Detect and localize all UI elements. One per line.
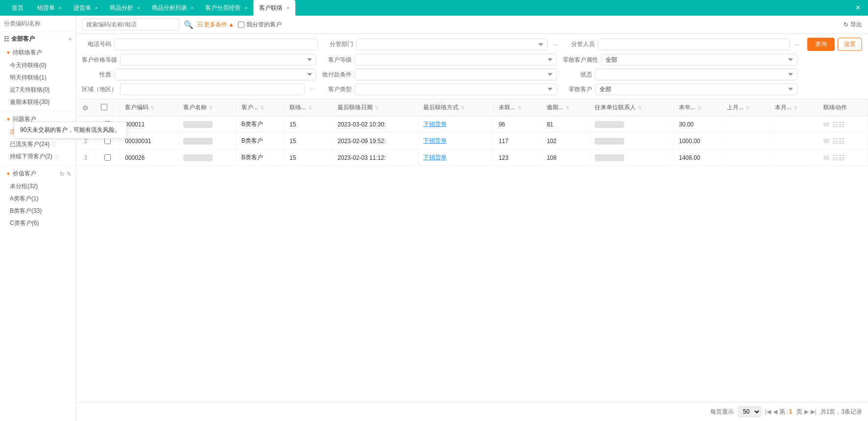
close-icon[interactable]: ×: [287, 5, 289, 11]
sidebar-all-customers[interactable]: ☷ 全部客户 «: [0, 32, 75, 46]
refresh-icon[interactable]: ↻: [60, 171, 65, 177]
sort-icon[interactable]: ⇅: [209, 105, 213, 110]
row-last-date: 2023-02-03 11:12:: [333, 149, 418, 166]
sidebar-item-class-a[interactable]: A类客户(1): [0, 193, 75, 205]
sort-icon[interactable]: ⇅: [460, 105, 464, 110]
sort-icon[interactable]: ⇅: [698, 105, 701, 110]
nav-tab-customer-tier[interactable]: 客户分层经营 ×: [199, 0, 253, 16]
manager-label: 分管人员: [565, 40, 595, 49]
sidebar-item-tomorrow-pending[interactable]: 明天待联络(1): [0, 72, 75, 84]
th-name: 客户名称⇅: [178, 99, 237, 116]
per-page-select[interactable]: 50: [738, 406, 761, 417]
sidebar-item-ungroup[interactable]: 未分组(32): [0, 180, 75, 193]
payment-select[interactable]: [355, 69, 557, 80]
search-button[interactable]: 🔍: [184, 20, 193, 29]
sidebar-item-declining[interactable]: 持续下滑客户(2) ⓘ: [0, 150, 75, 163]
nav-tab-sales[interactable]: 销货单 ×: [31, 0, 68, 16]
retail-customer-select[interactable]: 全部: [595, 83, 797, 95]
nav-tab-product-list[interactable]: 商品分析列表 ×: [146, 0, 200, 16]
search-input[interactable]: [82, 19, 180, 30]
row-name: [178, 133, 237, 149]
region-input[interactable]: [120, 83, 305, 95]
settings-button[interactable]: 设置: [838, 38, 862, 51]
more-action-icon[interactable]: ☷☷: [832, 137, 845, 145]
customer-tier-select[interactable]: [355, 54, 557, 66]
contact-method-link[interactable]: 下销货单: [423, 121, 447, 127]
close-icon[interactable]: ×: [137, 5, 140, 11]
last-page-icon[interactable]: ▶|: [811, 408, 817, 415]
close-icon[interactable]: ×: [95, 5, 98, 11]
table-row: 1 000011 B类客户 15 2023-03-02 10:30: 下销货单 …: [76, 116, 868, 133]
nav-tab-home[interactable]: 首页: [4, 0, 31, 16]
nav-tab-customer-contact[interactable]: 客户联络 ×: [253, 0, 295, 16]
contact-method-link[interactable]: 下销货单: [423, 154, 447, 161]
sidebar-item-class-b[interactable]: B类客户(33): [0, 205, 75, 217]
sort-icon[interactable]: ⇅: [308, 105, 312, 110]
dept-select[interactable]: [356, 39, 548, 50]
query-button[interactable]: 查询: [807, 38, 835, 51]
sidebar-item-already-churned[interactable]: 已流失客户(24) ⓘ: [0, 138, 75, 150]
contact-method-link[interactable]: 下销货单: [423, 137, 447, 144]
sidebar-group-value-header[interactable]: ▼ 价值客户 ↻ ✎: [0, 167, 75, 180]
contact-action-icon[interactable]: ✉: [823, 154, 829, 162]
region-label: 区域（地区）: [82, 85, 117, 94]
value-group-icons: ↻ ✎: [60, 171, 72, 177]
sort-icon[interactable]: ⇅: [150, 105, 154, 110]
contact-action-icon[interactable]: ✉: [823, 121, 829, 128]
region-dots[interactable]: ···: [308, 86, 316, 93]
next-page-icon[interactable]: ▶: [804, 408, 809, 415]
sidebar-item-class-c[interactable]: C类客户(6): [0, 217, 75, 229]
close-icon[interactable]: ×: [244, 5, 247, 11]
more-conditions-button[interactable]: ☷ 更多条件 ▲: [197, 21, 234, 29]
close-icon[interactable]: ×: [59, 5, 62, 11]
export-button[interactable]: ↻ 导出: [844, 21, 862, 29]
my-customers-checkbox[interactable]: 我分管的客户: [238, 21, 282, 29]
edit-icon[interactable]: ✎: [67, 171, 72, 177]
sidebar-item-7days-pending[interactable]: 近7天待联络(0): [0, 84, 75, 96]
sort-icon[interactable]: ⇅: [517, 105, 521, 110]
sidebar-item-today-pending[interactable]: 今天待联络(0): [0, 59, 75, 72]
th-last-contact-date: 最后联络日期⇅: [333, 99, 418, 116]
nav-tab-purchase[interactable]: 进货单 ×: [68, 0, 104, 16]
prev-page-icon[interactable]: ◀: [773, 408, 777, 415]
nature-select[interactable]: [114, 69, 316, 80]
row-name: [178, 149, 237, 166]
customer-type-select[interactable]: [355, 83, 557, 95]
retail-customer-label: 零散客户: [563, 85, 592, 94]
dept-dots[interactable]: ···: [551, 41, 559, 48]
manager-input[interactable]: [598, 39, 790, 50]
first-page-icon[interactable]: |◀: [765, 408, 771, 415]
sidebar-search-input[interactable]: [4, 20, 76, 27]
data-table-area: ⚙ 客户编码⇅ 客户名称⇅ 客户...⇅: [76, 99, 868, 402]
close-icon[interactable]: ×: [191, 5, 194, 11]
sort-icon[interactable]: ⇅: [794, 105, 797, 110]
my-customers-check[interactable]: [238, 22, 244, 28]
contact-action-icon[interactable]: ✉: [823, 137, 829, 145]
filter-retail-customer: 零散客户 全部: [563, 83, 797, 95]
table-gear-icon[interactable]: ⚙: [82, 104, 89, 112]
select-all-checkbox[interactable]: [101, 104, 107, 110]
row-select-checkbox[interactable]: [104, 154, 111, 161]
manager-dots[interactable]: ···: [793, 41, 801, 48]
filter-phone: 电话号码: [82, 39, 318, 50]
sort-icon[interactable]: ⇅: [638, 105, 642, 110]
retail-attr-select[interactable]: 全部: [601, 54, 797, 66]
window-close-button[interactable]: ×: [852, 3, 864, 12]
status-select[interactable]: [595, 69, 797, 80]
nav-tab-product-analysis[interactable]: 商品分析 ×: [104, 0, 146, 16]
sort-icon[interactable]: ⇅: [375, 105, 379, 110]
sort-icon[interactable]: ⇅: [260, 105, 264, 110]
blurred-name: [183, 121, 213, 128]
phone-input[interactable]: [114, 39, 318, 50]
more-action-icon[interactable]: ☷☷: [832, 154, 845, 162]
top-nav: 首页 销货单 × 进货单 × 商品分析 × 商品分析列表 × 客户分层经营 × …: [0, 0, 868, 16]
filter-manager: 分管人员 ···: [565, 39, 801, 50]
sort-icon[interactable]: ⇅: [565, 105, 569, 110]
row-index: 3: [76, 149, 96, 166]
sidebar-group-pending[interactable]: ▼ 待联络客户: [0, 46, 75, 59]
sidebar-item-overdue-pending[interactable]: 逾期未联络(30): [0, 96, 75, 108]
sort-icon[interactable]: ⇅: [746, 105, 749, 110]
more-action-icon[interactable]: ☷☷: [832, 121, 845, 128]
price-tier-select[interactable]: [120, 54, 316, 66]
row-customer-type: B类客户: [236, 149, 284, 166]
